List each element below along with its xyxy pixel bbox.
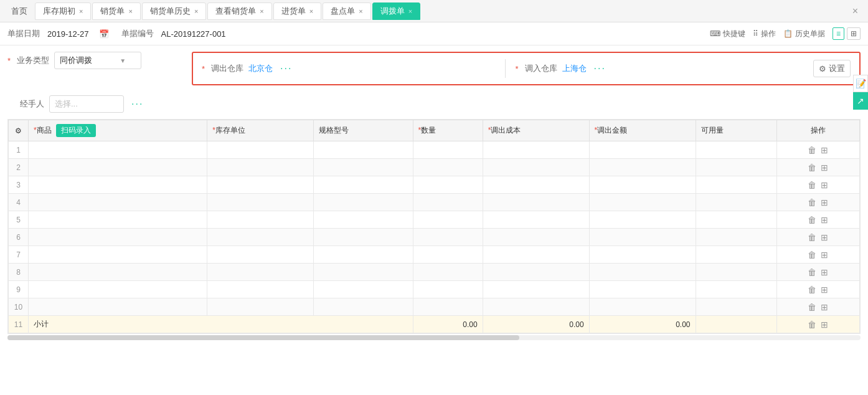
h-scrollbar-thumb[interactable]	[7, 335, 519, 340]
copy-icon-10[interactable]: ⊞	[821, 302, 828, 312]
sidebar-notes-icon[interactable]: 📝	[853, 75, 868, 92]
biz-type-select[interactable]: 同价调拨 ▼	[54, 52, 141, 69]
close-window-button[interactable]: ×	[847, 6, 863, 17]
copy-icon-11[interactable]: ⊞	[821, 320, 828, 330]
cell-spec-9[interactable]	[314, 281, 413, 298]
close-view-sales[interactable]: ×	[260, 7, 263, 15]
delete-icon-2[interactable]: 🗑	[808, 163, 816, 173]
layout-grid-button[interactable]: ⊞	[847, 27, 861, 40]
cell-amount-5[interactable]	[589, 211, 696, 229]
cell-product-1[interactable]	[29, 141, 207, 159]
cell-unit-5[interactable]	[207, 211, 314, 229]
cell-unit-7[interactable]	[207, 246, 314, 264]
cell-product-2[interactable]	[29, 159, 207, 176]
cell-cost-5[interactable]	[483, 211, 589, 229]
action-button[interactable]: ⠿ 操作	[753, 29, 776, 39]
history-button[interactable]: 📋 历史单据	[783, 29, 825, 39]
cell-qty-8[interactable]	[413, 264, 483, 281]
cell-qty-3[interactable]	[413, 176, 483, 194]
sidebar-expand-icon[interactable]: ↗	[853, 92, 868, 110]
cell-cost-9[interactable]	[483, 281, 589, 298]
cell-qty-9[interactable]	[413, 281, 483, 298]
cell-spec-8[interactable]	[314, 264, 413, 281]
in-warehouse-value[interactable]: 上海仓	[562, 63, 587, 74]
cell-qty-10[interactable]	[413, 298, 483, 316]
cell-qty-5[interactable]	[413, 211, 483, 229]
copy-icon-1[interactable]: ⊞	[821, 145, 828, 155]
h-scrollbar[interactable]	[7, 335, 861, 340]
cell-product-5[interactable]	[29, 211, 207, 229]
cell-amount-6[interactable]	[589, 229, 696, 246]
cell-unit-1[interactable]	[207, 141, 314, 159]
cell-spec-6[interactable]	[314, 229, 413, 246]
cell-product-6[interactable]	[29, 229, 207, 246]
delete-icon-10[interactable]: 🗑	[808, 302, 816, 312]
shortcut-button[interactable]: ⌨ 快捷键	[710, 29, 745, 39]
close-purchase-order[interactable]: ×	[309, 7, 313, 15]
cell-cost-2[interactable]	[483, 159, 589, 176]
close-inventory-init[interactable]: ×	[79, 7, 83, 15]
cell-cost-8[interactable]	[483, 264, 589, 281]
cell-cost-4[interactable]	[483, 194, 589, 211]
cell-cost-10[interactable]	[483, 298, 589, 316]
cell-amount-7[interactable]	[589, 246, 696, 264]
cell-amount-2[interactable]	[589, 159, 696, 176]
cell-unit-8[interactable]	[207, 264, 314, 281]
cell-qty-6[interactable]	[413, 229, 483, 246]
cell-qty-2[interactable]	[413, 159, 483, 176]
cell-unit-3[interactable]	[207, 176, 314, 194]
delete-icon-8[interactable]: 🗑	[808, 267, 816, 277]
cell-unit-4[interactable]	[207, 194, 314, 211]
cell-cost-3[interactable]	[483, 176, 589, 194]
copy-icon-8[interactable]: ⊞	[821, 267, 828, 277]
cell-amount-8[interactable]	[589, 264, 696, 281]
cell-spec-5[interactable]	[314, 211, 413, 229]
handler-select[interactable]: 选择...	[49, 95, 124, 113]
cell-product-9[interactable]	[29, 281, 207, 298]
cell-spec-1[interactable]	[314, 141, 413, 159]
scan-entry-button[interactable]: 扫码录入	[56, 124, 96, 137]
cell-qty-7[interactable]	[413, 246, 483, 264]
cell-qty-1[interactable]	[413, 141, 483, 159]
cell-product-8[interactable]	[29, 264, 207, 281]
copy-icon-7[interactable]: ⊞	[821, 250, 828, 260]
cell-spec-3[interactable]	[314, 176, 413, 194]
handler-more[interactable]: ···	[129, 98, 146, 110]
tab-sales-order[interactable]: 销货单 ×	[92, 2, 140, 20]
cell-amount-10[interactable]	[589, 298, 696, 316]
close-transfer[interactable]: ×	[408, 7, 412, 15]
date-value[interactable]: 2019-12-27	[47, 29, 89, 39]
col-gear[interactable]: ⚙	[9, 120, 29, 141]
cell-product-4[interactable]	[29, 194, 207, 211]
layout-list-button[interactable]: ≡	[833, 27, 844, 40]
out-warehouse-value[interactable]: 北京仓	[248, 63, 273, 74]
cell-unit-10[interactable]	[207, 298, 314, 316]
cell-spec-7[interactable]	[314, 246, 413, 264]
tab-inventory-init[interactable]: 库存期初 ×	[35, 2, 91, 20]
cell-cost-7[interactable]	[483, 246, 589, 264]
cell-unit-2[interactable]	[207, 159, 314, 176]
cell-unit-9[interactable]	[207, 281, 314, 298]
copy-icon-3[interactable]: ⊞	[821, 180, 828, 190]
in-warehouse-more[interactable]: ···	[592, 63, 608, 74]
cell-product-10[interactable]	[29, 298, 207, 316]
cell-unit-6[interactable]	[207, 229, 314, 246]
cell-spec-10[interactable]	[314, 298, 413, 316]
tab-view-sales[interactable]: 查看销货单 ×	[207, 2, 271, 20]
delete-icon-5[interactable]: 🗑	[808, 215, 816, 225]
copy-icon-9[interactable]: ⊞	[821, 285, 828, 295]
delete-icon-7[interactable]: 🗑	[808, 250, 816, 260]
tab-purchase-order[interactable]: 进货单 ×	[273, 2, 321, 20]
delete-icon-6[interactable]: 🗑	[808, 232, 816, 242]
tab-stocktake[interactable]: 盘点单 ×	[323, 2, 370, 20]
cell-qty-4[interactable]	[413, 194, 483, 211]
copy-icon-2[interactable]: ⊞	[821, 163, 828, 173]
settings-button[interactable]: ⚙ 设置	[813, 60, 851, 77]
delete-icon-4[interactable]: 🗑	[808, 198, 816, 207]
cell-product-3[interactable]	[29, 176, 207, 194]
cell-spec-4[interactable]	[314, 194, 413, 211]
copy-icon-5[interactable]: ⊞	[821, 215, 828, 225]
delete-icon-3[interactable]: 🗑	[808, 180, 816, 190]
close-sales-order[interactable]: ×	[128, 7, 132, 15]
cell-amount-4[interactable]	[589, 194, 696, 211]
